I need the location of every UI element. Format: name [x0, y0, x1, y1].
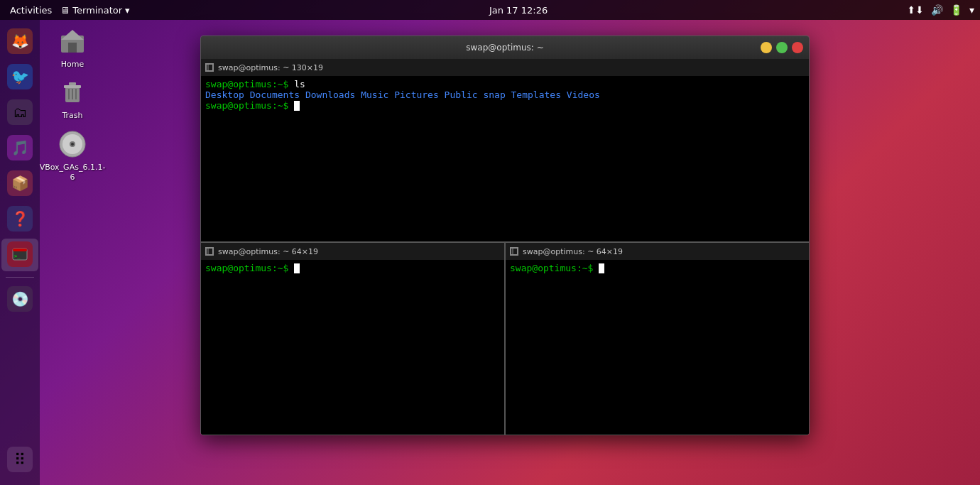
pane-bottom-right[interactable]: swap@optimus: ~ 64×19 swap@optimus:~$: [506, 243, 809, 435]
terminator-arrow: ▾: [125, 5, 130, 16]
close-button[interactable]: ×: [792, 42, 803, 53]
ls-output-videos: Videos: [567, 89, 600, 100]
datetime-text: Jan 17 12:26: [489, 5, 548, 16]
svg-rect-21: [511, 249, 518, 255]
pane-bottom-left-terminal[interactable]: swap@optimus:~$: [201, 260, 504, 435]
terminal-line-2: Desktop Documents Downloads Music Pictur…: [205, 89, 805, 100]
terminator-dock-icon: >_: [7, 241, 33, 267]
minimize-button[interactable]: –: [761, 42, 772, 53]
firefox-icon: 🦊: [7, 28, 33, 54]
ls-output-downloads: Downloads: [305, 89, 355, 100]
vbox-icon-label: VBox_GAs_6.1.1-6: [40, 163, 106, 183]
tray-arrow-icon[interactable]: ▾: [969, 4, 974, 16]
pane-top-terminal[interactable]: swap@optimus:~$ ls Desktop Documents Dow…: [201, 76, 809, 241]
pane-bottom-right-indicator: [510, 247, 518, 256]
terminator-window-icon: 🖥: [60, 5, 70, 16]
ls-output-public: Public: [445, 89, 478, 100]
terminal-line-1: swap@optimus:~$ ls: [205, 79, 805, 89]
terminal-br-line-1: swap@optimus:~$: [510, 263, 805, 273]
ls-output-desktop: Desktop: [205, 89, 244, 100]
desktop-icon-home[interactable]: Home: [44, 26, 101, 70]
software-icon: 📦: [7, 170, 33, 196]
home-icon-label: Home: [61, 60, 84, 70]
terminal-bl-line-1: swap@optimus:~$: [205, 263, 500, 273]
ls-output-documents: Documents: [250, 89, 300, 100]
activities-button[interactable]: Activities: [6, 5, 56, 16]
ls-output-pictures: Pictures: [394, 89, 439, 100]
desktop-icon-trash[interactable]: Trash: [44, 77, 101, 121]
prompt-2: swap@optimus:~$: [205, 100, 288, 111]
pane-bottom-left-title: swap@optimus: ~ 64×19: [218, 247, 318, 256]
volume-tray-icon[interactable]: 🔊: [931, 4, 943, 16]
topbar: Activities 🖥 Terminator ▾ Jan 17 12:26 ⬆…: [0, 0, 980, 20]
pane-top[interactable]: swap@optimus: ~ 130×19 swap@optimus:~$ l…: [201, 59, 809, 243]
svg-text:>_: >_: [14, 254, 21, 259]
dvd-icon: 💿: [7, 286, 33, 312]
topbar-datetime: Jan 17 12:26: [489, 5, 548, 16]
cursor-bottom-left: [294, 263, 300, 273]
svg-rect-17: [207, 65, 213, 71]
battery-tray-icon[interactable]: 🔋: [950, 4, 962, 16]
cmd-1: ls: [294, 79, 305, 89]
term-window-controls: – □ ×: [761, 42, 803, 53]
trash-icon-label: Trash: [62, 111, 82, 121]
ls-output-templates: Templates: [511, 89, 561, 100]
svg-rect-7: [64, 85, 81, 88]
dock-item-software[interactable]: 📦: [1, 168, 38, 200]
prompt-1: swap@optimus:~$: [205, 79, 288, 89]
pane-top-indicator: [205, 63, 214, 72]
pane-top-tabbar: swap@optimus: ~ 130×19: [201, 59, 809, 76]
desktop-icon-vbox[interactable]: VBox_GAs_6.1.1-6: [44, 129, 101, 183]
dock-item-rhythmbox[interactable]: 🎵: [1, 132, 38, 165]
svg-rect-19: [207, 249, 213, 255]
pane-bottom-left-tabbar: swap@optimus: ~ 64×19: [201, 243, 504, 260]
prompt-br-1: swap@optimus:~$: [510, 263, 593, 273]
terminator-taskbar-button[interactable]: 🖥 Terminator ▾: [60, 5, 129, 16]
topbar-left: Activities 🖥 Terminator ▾: [6, 5, 130, 16]
pane-bottom-left-indicator: [205, 247, 214, 256]
dock-item-terminator[interactable]: >_: [1, 239, 38, 271]
svg-marker-4: [61, 30, 84, 40]
vbox-disc-icon: [57, 129, 88, 160]
app-grid-icon: ⠿: [7, 447, 33, 472]
dock-item-thunderbird[interactable]: 🐦: [1, 61, 38, 94]
dock-item-help[interactable]: ❓: [1, 203, 38, 236]
trash-icon: [57, 77, 88, 108]
dock-item-files[interactable]: 🗂: [1, 97, 38, 129]
ls-output-music: Music: [361, 89, 388, 100]
dock-item-dvd[interactable]: 💿: [1, 283, 38, 316]
prompt-bl-1: swap@optimus:~$: [205, 263, 288, 273]
pane-bottom-right-terminal[interactable]: swap@optimus:~$: [506, 260, 809, 435]
help-icon: ❓: [7, 206, 33, 231]
term-title-text: swap@optimus: ~: [249, 43, 761, 53]
svg-rect-1: [13, 249, 27, 251]
term-titlebar: swap@optimus: ~ – □ ×: [201, 36, 809, 59]
cursor-bottom-right: [599, 263, 604, 273]
svg-rect-8: [69, 82, 76, 85]
rhythmbox-icon: 🎵: [7, 135, 33, 160]
dock-separator: [6, 277, 34, 278]
cursor-top: [294, 101, 300, 111]
pane-bottom-left[interactable]: swap@optimus: ~ 64×19 swap@optimus:~$: [201, 243, 506, 435]
network-tray-icon[interactable]: ⬆⬇: [907, 4, 923, 16]
dock: 🦊 🐦 🗂 🎵 📦 ❓ >_ 💿 ⠿: [0, 20, 40, 485]
terminator-window: swap@optimus: ~ – □ × swap@optimus: ~ 13…: [200, 36, 810, 435]
term-body: swap@optimus: ~ 130×19 swap@optimus:~$ l…: [201, 59, 809, 435]
svg-rect-5: [68, 43, 77, 53]
dock-item-firefox[interactable]: 🦊: [1, 26, 38, 58]
desktop-icons: Home Trash VBox_GAs_6.1.1-6: [44, 26, 101, 182]
home-icon: [57, 26, 88, 57]
topbar-right: ⬆⬇ 🔊 🔋 ▾: [907, 4, 974, 16]
files-icon: 🗂: [7, 99, 33, 125]
thunderbird-icon: 🐦: [7, 64, 33, 89]
ls-output-snap: snap: [483, 89, 505, 100]
pane-bottom-row: swap@optimus: ~ 64×19 swap@optimus:~$: [201, 243, 809, 435]
dock-app-grid-button[interactable]: ⠿: [1, 444, 38, 476]
svg-point-15: [71, 143, 74, 146]
maximize-button[interactable]: □: [776, 42, 788, 53]
pane-bottom-right-title: swap@optimus: ~ 64×19: [523, 247, 623, 256]
terminal-line-3: swap@optimus:~$: [205, 100, 805, 111]
pane-bottom-right-tabbar: swap@optimus: ~ 64×19: [506, 243, 809, 260]
terminator-label: Terminator: [72, 5, 122, 16]
pane-top-title: swap@optimus: ~ 130×19: [218, 63, 323, 72]
